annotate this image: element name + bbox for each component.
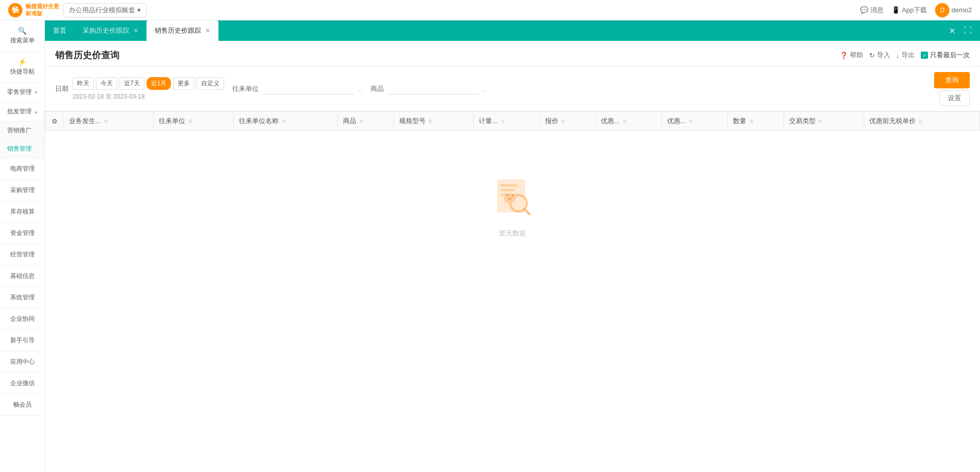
tab-home[interactable]: 首页 [45, 20, 75, 41]
svg-point-12 [508, 198, 512, 200]
empty-text: 暂无数据 [499, 229, 526, 238]
partner-dots: ... [357, 85, 362, 93]
svg-rect-2 [500, 189, 514, 191]
th-partner-name[interactable]: 往来单位名称 ⇅ [234, 112, 338, 131]
date-filter-group: 日期 昨天 今天 近7天 近1月 更多 自定义 2023-02-18 至 202… [55, 77, 224, 101]
sort-icon: ⇅ [359, 119, 363, 124]
date-btn-today[interactable]: 今天 [96, 77, 117, 90]
date-buttons: 昨天 今天 近7天 近1月 更多 自定义 [72, 77, 224, 90]
tab-sales-history[interactable]: 销售历史价跟踪 ✕ [146, 20, 218, 41]
sidebar-item-wholesale-mgmt[interactable]: 批发管理 ▴ [0, 102, 44, 122]
settings-button[interactable]: 设置 [939, 90, 970, 106]
search-icon: 🔍 [18, 27, 27, 35]
chevron-up-icon: ▴ [35, 109, 37, 114]
app-download-action[interactable]: 📱 App下载 [892, 6, 927, 15]
maximize-button[interactable]: ⛶ [962, 24, 974, 37]
tab-close-sales[interactable]: ✕ [205, 27, 210, 34]
sort-icon: ⇅ [818, 119, 822, 124]
logo-text: 畅捷通好生意 标准版 [26, 3, 59, 16]
date-btn-1month[interactable]: 近1月 [146, 77, 172, 90]
sidebar-item-sys-mgmt[interactable]: 系统管理 [0, 287, 44, 309]
partner-filter-group: 往来单位 ... [232, 83, 362, 95]
sidebar-item-sales-mgmt[interactable]: 销售管理 [0, 140, 44, 158]
sidebar-item-enterprise-wechat[interactable]: 企业微信 [0, 373, 44, 394]
th-pre-tax-price[interactable]: 优惠前无税单价 ⇅ [864, 112, 979, 131]
top-bar-left: 畅 畅捷通好生意 标准版 办公用品行业模拟账套 ▾ [8, 3, 146, 17]
filter-bar: 日期 昨天 今天 近7天 近1月 更多 自定义 2023-02-18 至 202… [45, 67, 980, 111]
sidebar-item-app-center[interactable]: 应用中心 [0, 351, 44, 373]
chevron-down-icon: ▾ [137, 6, 141, 14]
th-gear[interactable]: ⚙ [45, 112, 64, 131]
close-all-tabs-button[interactable]: ✕ [947, 24, 958, 38]
download-icon: 📱 [892, 6, 900, 14]
product-filter-group: 商品 ... [371, 83, 487, 95]
date-range-text: 2023-02-18 至 2023-03-18 [72, 92, 224, 101]
avatar: D [935, 3, 949, 17]
logo-area: 畅 畅捷通好生意 标准版 [8, 3, 59, 17]
gear-icon[interactable]: ⚙ [52, 117, 58, 125]
query-button[interactable]: 查询 [934, 72, 970, 88]
tab-purchase-history[interactable]: 采购历史价跟踪 ✕ [75, 20, 146, 41]
tab-bar-actions: ✕ ⛶ [947, 24, 980, 38]
page-header-actions: ❓ 帮助 ↻ 导入 ↓ 导出 ✓ 只看最后一次 [840, 51, 970, 60]
sidebar-item-marketing[interactable]: 营销推广 [0, 122, 44, 140]
product-input[interactable] [387, 83, 479, 95]
sidebar-item-membership[interactable]: 畅会员 [0, 394, 44, 416]
th-product[interactable]: 商品 ⇅ [337, 112, 394, 131]
sidebar-item-operations[interactable]: 经营管理 [0, 244, 44, 266]
th-business-date[interactable]: 业务发生... ⇅ [64, 112, 154, 131]
sidebar-item-search-menu[interactable]: 🔍 搜索菜单 [0, 20, 44, 52]
sort-icon: ⇅ [501, 119, 505, 124]
message-action[interactable]: 💬 消息 [860, 6, 884, 15]
filter-right-actions: 查询 设置 [934, 72, 970, 106]
user-profile[interactable]: D demo2 [935, 3, 972, 17]
date-label: 日期 [55, 84, 68, 93]
date-btn-7days[interactable]: 近7天 [119, 77, 144, 90]
th-partner-code[interactable]: 往来单位 ⇅ [154, 112, 234, 131]
import-icon: ↻ [869, 52, 875, 59]
th-discount2[interactable]: 优惠... ⇅ [662, 112, 727, 131]
top-bar-right: 💬 消息 📱 App下载 D demo2 [860, 3, 972, 17]
th-discount1[interactable]: 优惠... ⇅ [596, 112, 662, 131]
th-trade-type[interactable]: 交易类型 ⇅ [783, 112, 864, 131]
only-last-checkbox[interactable]: ✓ 只看最后一次 [921, 51, 970, 60]
sort-icon: ⇅ [104, 119, 108, 124]
workspace-selector[interactable]: 办公用品行业模拟账套 ▾ [63, 3, 146, 17]
quick-nav-icon: ⚡ [18, 58, 27, 66]
sidebar-item-retail-mgmt[interactable]: 零售管理 ▾ [0, 83, 44, 102]
partner-label: 往来单位 [232, 84, 259, 93]
th-spec[interactable]: 规格型号 ⇅ [394, 112, 474, 131]
page-header: 销售历史价查询 ❓ 帮助 ↻ 导入 ↓ 导出 ✓ 只看最后一次 [45, 41, 980, 67]
sort-icon: ⇅ [561, 119, 565, 124]
export-button[interactable]: ↓ 导出 [896, 51, 915, 60]
help-button[interactable]: ❓ 帮助 [840, 51, 863, 60]
sidebar-item-finance[interactable]: 资金管理 [0, 223, 44, 244]
sidebar-item-quick-nav[interactable]: ⚡ 快捷导航 [0, 52, 44, 83]
sidebar-item-inventory[interactable]: 库存核算 [0, 201, 44, 223]
date-btn-yesterday[interactable]: 昨天 [72, 77, 94, 90]
sidebar-item-guide[interactable]: 新手引导 [0, 330, 44, 351]
sidebar-item-ecommerce[interactable]: 电商管理 [0, 158, 44, 180]
sidebar-item-purchase-mgmt[interactable]: 采购管理 [0, 180, 44, 201]
th-price[interactable]: 报价 ⇅ [540, 112, 596, 131]
sort-icon: ⇅ [689, 119, 693, 124]
sidebar-item-enterprise[interactable]: 企业协同 [0, 309, 44, 330]
tab-close-purchase[interactable]: ✕ [133, 27, 138, 34]
sidebar: 🔍 搜索菜单 ⚡ 快捷导航 零售管理 ▾ 批发管理 ▴ 营销推广 销售管理 电商… [0, 20, 45, 472]
empty-state: 暂无数据 [45, 131, 980, 279]
sidebar-item-basic-info[interactable]: 基础信息 [0, 266, 44, 287]
th-unit[interactable]: 计量... ⇅ [474, 112, 540, 131]
sort-icon: ⇅ [282, 119, 286, 124]
date-btn-custom[interactable]: 自定义 [197, 77, 224, 90]
top-bar: 畅 畅捷通好生意 标准版 办公用品行业模拟账套 ▾ 💬 消息 📱 App下载 D… [0, 0, 980, 20]
table-body: 暂无数据 [45, 131, 980, 279]
help-icon: ❓ [840, 52, 848, 59]
th-quantity[interactable]: 数量 ⇅ [728, 112, 784, 131]
import-button[interactable]: ↻ 导入 [869, 51, 890, 60]
product-dots: ... [482, 85, 487, 93]
message-icon: 💬 [860, 6, 868, 14]
partner-input[interactable] [262, 83, 354, 95]
logo-icon: 畅 [8, 3, 22, 17]
date-btn-more[interactable]: 更多 [173, 77, 194, 90]
sort-icon: ⇅ [188, 119, 192, 124]
